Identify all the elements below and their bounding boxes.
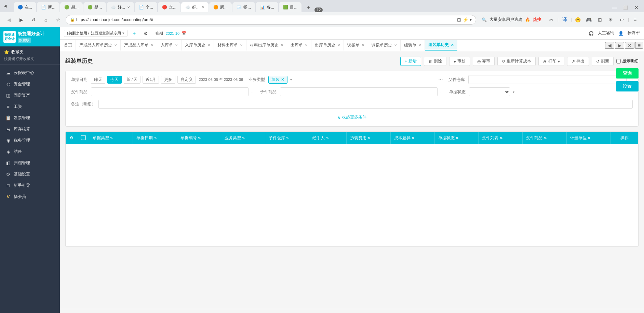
show-detail-input[interactable] bbox=[616, 59, 621, 63]
page-tab-6-close[interactable]: ✕ bbox=[281, 43, 283, 47]
sidebar-item-basic-settings[interactable]: ⚙ 基础设置 bbox=[0, 169, 60, 180]
translate-icon[interactable]: 译 bbox=[560, 15, 569, 25]
filter-more-dots[interactable]: ··· bbox=[438, 76, 443, 82]
child-goods-input[interactable] bbox=[280, 87, 438, 96]
page-tab-10[interactable]: 调拨单历史 ✕ bbox=[368, 40, 401, 51]
page-tab-2[interactable]: 产成品入库单 ✕ bbox=[121, 40, 157, 51]
select-all-checkbox[interactable] bbox=[81, 135, 86, 140]
sidebar-item-new-guide[interactable]: □ 新手引导 bbox=[0, 180, 60, 191]
sidebar-item-payroll[interactable]: ≡ 工资 bbox=[0, 101, 60, 112]
reload-button[interactable]: ↺ bbox=[29, 15, 38, 25]
page-tab-9-close[interactable]: ✕ bbox=[362, 43, 364, 47]
date-btn-custom[interactable]: 自定义 bbox=[177, 76, 196, 84]
export-button[interactable]: ↗ 导出 bbox=[567, 57, 589, 66]
browser-tab-9[interactable]: 🟠 腾... bbox=[209, 2, 232, 12]
browser-tab-10[interactable]: ✉️ 畅... bbox=[232, 2, 255, 12]
sidebar-item-tax-mgmt[interactable]: ◉ 税务管理 bbox=[0, 135, 60, 146]
tab-more-menu[interactable]: ≡ bbox=[635, 42, 643, 49]
browser-tab-2[interactable]: 📄 新... bbox=[37, 2, 59, 12]
page-tab-7[interactable]: 出库单 ✕ bbox=[287, 40, 311, 51]
add-company-button[interactable]: + bbox=[130, 29, 139, 38]
sidebar-item-inventory[interactable]: 🖨 库存核算 bbox=[0, 124, 60, 135]
add-button[interactable]: + 新增 bbox=[400, 57, 421, 66]
sidebar-item-settlement[interactable]: ◈ 结账 bbox=[0, 146, 60, 157]
collapse-bar[interactable]: ∧ 收起更多条件 bbox=[71, 112, 633, 122]
print-button[interactable]: 🖨 打印 ▾ bbox=[538, 57, 564, 66]
settings-button[interactable]: ⚙ bbox=[141, 29, 151, 38]
page-tab-6[interactable]: 材料出库单历史 ✕ bbox=[246, 40, 287, 51]
sidebar-item-member[interactable]: V 畅会员 bbox=[0, 191, 60, 202]
back-button[interactable]: ◀ bbox=[4, 15, 14, 25]
browser-tab-12[interactable]: 🟩 目... bbox=[279, 2, 301, 12]
date-btn-7days[interactable]: 近7天 bbox=[124, 76, 140, 84]
th-unit[interactable]: 计量单位 ⇅ bbox=[567, 132, 611, 144]
th-doc-type[interactable]: 单据类型 ⇅ bbox=[89, 132, 133, 144]
home-button[interactable]: ⌂ bbox=[41, 15, 51, 25]
tab-close-all[interactable]: ✕ bbox=[625, 42, 634, 49]
browser-tab-4[interactable]: 🟢 易... bbox=[83, 2, 106, 12]
grid-view-icon[interactable]: ⊞ bbox=[595, 15, 605, 25]
page-tab-3[interactable]: 入库单 ✕ bbox=[157, 40, 182, 51]
page-tab-3-close[interactable]: ✕ bbox=[175, 43, 178, 47]
child-goods-more[interactable]: ··· bbox=[440, 89, 444, 94]
browser-back-btn[interactable]: ◀ bbox=[1, 2, 9, 10]
th-biz-type[interactable]: 业务类型 ⇅ bbox=[221, 132, 265, 144]
notes-input[interactable] bbox=[98, 100, 633, 109]
browser-tab-5[interactable]: ☁️ 好... ✕ bbox=[107, 2, 134, 12]
th-checkbox[interactable] bbox=[78, 132, 89, 144]
undo-icon[interactable]: ↩ bbox=[617, 15, 627, 25]
th-doc-status[interactable]: 单据状态 ⇅ bbox=[434, 132, 479, 144]
refresh-button[interactable]: ↺ 刷新 bbox=[592, 57, 614, 66]
th-parent-goods[interactable]: 父件商品 ⇅ bbox=[523, 132, 567, 144]
address-bar[interactable]: 🔒 https://cloud.chanjet.com/accounting/u… bbox=[66, 15, 476, 25]
horizontal-scrollbar[interactable] bbox=[60, 309, 644, 313]
page-tab-1[interactable]: 产成品入库单历史 ✕ bbox=[76, 40, 121, 51]
scissors-icon[interactable]: ✂ bbox=[547, 15, 556, 25]
menu-icon[interactable]: ≡ bbox=[630, 15, 640, 25]
bookmark-button[interactable]: ☆ bbox=[53, 15, 63, 25]
page-tab-4-close[interactable]: ✕ bbox=[207, 43, 210, 47]
th-doc-no[interactable]: 单据编号 ⇅ bbox=[177, 132, 221, 144]
sidebar-item-fund-mgmt[interactable]: ◎ 资金管理 bbox=[0, 79, 60, 90]
page-tab-12[interactable]: 组装单历史 ✕ bbox=[425, 40, 457, 51]
sidebar-item-cloud-reports[interactable]: ☁ 云报表中心 bbox=[0, 67, 60, 79]
date-btn-yesterday[interactable]: 昨天 bbox=[91, 76, 105, 84]
browser-tab-7[interactable]: 🔴 企... bbox=[158, 2, 180, 12]
browser-tab-3[interactable]: 🟢 易... bbox=[60, 2, 83, 12]
parent-goods-input[interactable] bbox=[91, 87, 249, 96]
new-tab-button[interactable]: + bbox=[304, 3, 313, 12]
business-type-tag-close[interactable]: ✕ bbox=[281, 77, 284, 82]
gamepad-icon[interactable]: 🎮 bbox=[584, 15, 594, 25]
tab-5-close[interactable]: ✕ bbox=[127, 5, 130, 9]
approve-button[interactable]: ● 审核 bbox=[449, 57, 470, 66]
company-selector[interactable]: (勿删勿禁用）江西服宝测试专用 ▾ bbox=[64, 30, 128, 37]
th-assembly-fee[interactable]: 拆装费用 ⇅ bbox=[347, 132, 391, 144]
filter-settings-button[interactable]: 设置 bbox=[616, 81, 639, 91]
page-tab-11[interactable]: 组装单 ✕ bbox=[401, 40, 425, 51]
page-tab-1-close[interactable]: ✕ bbox=[114, 43, 117, 47]
recalculate-button[interactable]: ↺ 重新计算成本 bbox=[497, 57, 536, 66]
th-parent-list[interactable]: 父件列表 ⇅ bbox=[479, 132, 523, 144]
minimize-button[interactable]: — bbox=[610, 3, 619, 12]
browser-tab-11[interactable]: 📊 各... bbox=[256, 2, 278, 12]
date-btn-today[interactable]: 今天 bbox=[107, 76, 122, 84]
page-tab-8[interactable]: 出库单历史 ✕ bbox=[311, 40, 344, 51]
show-detail-checkbox[interactable]: 显示明细 bbox=[616, 58, 639, 64]
date-btn-more[interactable]: 更多 bbox=[161, 76, 175, 84]
sidebar-item-archive-mgmt[interactable]: ◧ 归档管理 bbox=[0, 157, 60, 169]
forward-button[interactable]: ▶ bbox=[16, 15, 26, 25]
th-doc-date[interactable]: 单据日期 ⇅ bbox=[133, 132, 177, 144]
emoji-icon[interactable]: 😊 bbox=[573, 15, 583, 25]
th-handler[interactable]: 经手人 ⇅ bbox=[309, 132, 347, 144]
page-tab-5[interactable]: 材料出库单 ✕ bbox=[214, 40, 246, 51]
date-btn-1month[interactable]: 近1月 bbox=[143, 76, 159, 84]
abandon-button[interactable]: ◎ 弃审 bbox=[473, 57, 495, 66]
tab-scroll-left[interactable]: ◀ bbox=[605, 42, 614, 49]
page-tab-4[interactable]: 入库单历史 ✕ bbox=[182, 40, 214, 51]
page-tab-home[interactable]: 首页 bbox=[61, 40, 76, 51]
tab-scroll-right[interactable]: ▶ bbox=[615, 42, 624, 49]
page-tab-2-close[interactable]: ✕ bbox=[151, 43, 153, 47]
page-tab-7-close[interactable]: ✕ bbox=[305, 43, 308, 47]
sun-icon[interactable]: ☀ bbox=[606, 15, 616, 25]
browser-tab-8[interactable]: ☁️ 好... ✕ bbox=[181, 2, 209, 12]
